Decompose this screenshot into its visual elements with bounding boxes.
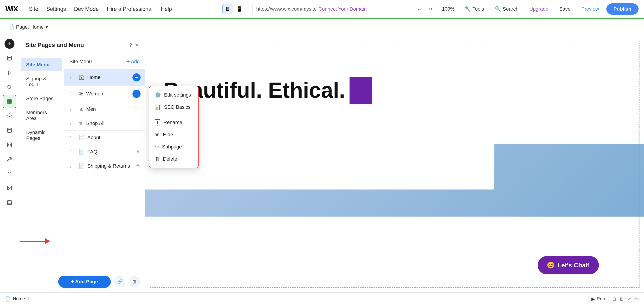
men-label: Men [86,106,140,112]
context-delete[interactable]: 🗑 Delete [150,153,198,165]
context-rename[interactable]: T Rename [150,116,198,128]
nav-help[interactable]: Help [158,4,175,14]
sub-nav-store[interactable]: Store Pages [21,92,62,105]
nav-settings[interactable]: Settings [43,4,69,14]
help-icon[interactable]: ? [129,42,132,48]
save-btn[interactable]: Save [556,4,574,14]
upgrade-btn[interactable]: Upgrade [526,4,552,14]
nav-devmode[interactable]: Dev Mode [71,4,102,14]
green-line [0,18,644,20]
arrow-head [45,238,50,244]
bottom-crop-btn[interactable]: ⊞ [620,296,624,302]
drag-handle-shopall: ⋮⋮ [68,121,76,126]
context-edit-settings[interactable]: ⚙️ Edit settings [150,89,198,101]
sidebar-item-help[interactable]: ? [3,167,16,180]
tools-btn[interactable]: 🔧 Tools [461,4,488,14]
add-page-btn[interactable]: + Add Page [58,276,111,288]
undo-btn[interactable]: ↩ [415,4,425,14]
chat-label: Let's Chat! [557,262,590,269]
nav-site[interactable]: Site [26,4,41,14]
seo-basics-label: SEO Basics [164,104,190,110]
context-subpage[interactable]: ↪ Subpage [150,141,198,153]
add-element-btn[interactable]: + [4,39,14,49]
chat-btn[interactable]: 😊 Let's Chat! [538,256,599,274]
gear-icon: ⚙️ [155,92,161,98]
hide-icon: 👁 [155,132,160,138]
mobile-btn[interactable]: 📱 [234,4,244,14]
run-btn[interactable]: ▶ Run [588,294,609,303]
red-arrow [20,238,50,244]
women-options-btn[interactable]: ··· [132,90,140,98]
shipping-label: Shipping & Returns [87,163,133,169]
hide-label: Hide [163,132,173,138]
women-label: Women [86,91,130,97]
redo-btn[interactable]: ↪ [426,4,436,14]
menu-items-list: ⋮⋮ 🏠 Home ··· ⋮⋮ 🛍 Women ··· ⋮⋮ 🛍 Men [64,69,145,271]
drag-handle-home: ⋮⋮ [68,75,76,80]
nav-hire[interactable]: Hire a Professional [104,4,156,14]
desktop-btn[interactable]: 🖥 [222,4,232,14]
context-hide[interactable]: 👁 Hide [150,128,198,141]
shipping-page-icon: 📄 [78,163,84,169]
bottom-expand-btn[interactable]: ⤢ [627,296,631,302]
link-icon-btn[interactable]: 🔗 [114,276,125,287]
arrow-line [20,241,45,242]
close-icon[interactable]: ✕ [135,42,139,48]
settings-icon-btn[interactable]: ⊞ [129,276,140,287]
top-nav: Site Settings Dev Mode Hire a Profession… [26,4,175,14]
canvas-hero: Beautiful. Ethical. [145,36,644,144]
delete-label: Delete [163,156,177,162]
delete-icon: 🗑 [155,156,160,162]
sidebar-item-tools[interactable] [3,152,16,166]
sidebar-item-search[interactable] [3,80,16,94]
subpage-icon: ↪ [155,144,159,150]
preview-btn[interactable]: Preview [578,4,602,14]
svg-point-9 [8,128,12,130]
svg-rect-5 [8,100,12,104]
search-label: Search [503,6,518,12]
sidebar-item-media[interactable] [3,182,16,195]
page-selector[interactable]: 📄 Page: Home ▾ [6,22,50,32]
bottom-settings-btn[interactable]: ⊟ [612,296,616,302]
sub-nav-site-menu[interactable]: Site Menu [21,58,62,71]
home-options-btn[interactable]: ··· [132,73,140,82]
search-btn[interactable]: 🔍 Search [491,4,522,14]
sidebar-item-pages[interactable] [3,52,16,65]
sub-nav-members[interactable]: Members Area [21,106,62,125]
menu-item-home[interactable]: ⋮⋮ 🏠 Home ··· [64,69,145,86]
sub-nav-dynamic[interactable]: Dynamic Pages [21,126,62,145]
bottom-collapse-btn[interactable]: ⤡ [635,296,638,302]
faq-page-icon: 📄 [78,149,84,155]
sidebar-item-apps[interactable] [3,138,16,152]
sub-nav-signup[interactable]: Signup & Login [21,72,62,91]
drag-handle-men: ⋮⋮ [68,107,76,112]
faq-hidden-icon: 👁 [136,149,140,154]
sidebar-item-code[interactable]: {} [3,66,16,80]
smiley-icon: 😊 [547,262,555,269]
chevron-down-icon: ▾ [45,24,48,30]
menu-item-women[interactable]: ⋮⋮ 🛍 Women ··· [64,86,145,102]
menu-item-about[interactable]: ⋮⋮ 📄 About [64,130,145,145]
edit-settings-label: Edit settings [164,92,191,98]
context-divider [150,114,198,115]
add-menu-item-btn[interactable]: + Add [127,59,140,64]
home-page-icon: 🏠 [78,74,84,80]
tools-icon: 🔧 [464,6,471,12]
sidebar-item-table[interactable] [3,196,16,209]
run-label: Run [596,296,605,302]
menu-item-shopall[interactable]: ⋮⋮ 🛍 Shop All [64,116,145,130]
connect-domain-link[interactable]: Connect Your Domain [318,6,367,12]
sidebar-item-design[interactable] [3,109,16,123]
menu-item-men[interactable]: ⋮⋮ 🛍 Men [64,102,145,116]
url-bar[interactable]: https://www.wix.com/mysite Connect Your … [252,4,410,14]
sidebar-item-data[interactable] [3,124,16,137]
sidebar-item-cms[interactable] [3,95,16,108]
context-seo-basics[interactable]: 📊 SEO Basics [150,101,198,113]
publish-btn[interactable]: Publish [606,4,638,15]
second-bar: 📄 Page: Home ▾ [0,18,644,36]
menu-item-shipping[interactable]: ⋮⋮ 📄 Shipping & Returns 👁 [64,159,145,173]
purple-accent [350,77,372,104]
menu-item-faq[interactable]: ⋮⋮ 📄 FAQ 👁 [64,145,145,159]
undo-redo: ↩ ↪ [415,4,436,14]
device-switcher: 🖥 📱 [222,4,244,14]
